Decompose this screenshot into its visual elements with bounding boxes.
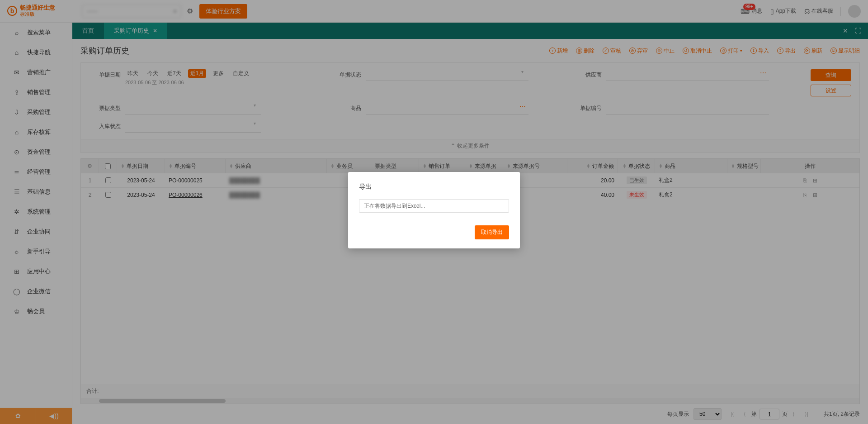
modal-title: 导出 — [359, 183, 509, 191]
cancel-export-button[interactable]: 取消导出 — [475, 225, 509, 239]
modal-overlay: 导出 取消导出 — [0, 0, 868, 424]
export-progress-input — [359, 199, 509, 213]
export-modal: 导出 取消导出 — [348, 172, 520, 248]
